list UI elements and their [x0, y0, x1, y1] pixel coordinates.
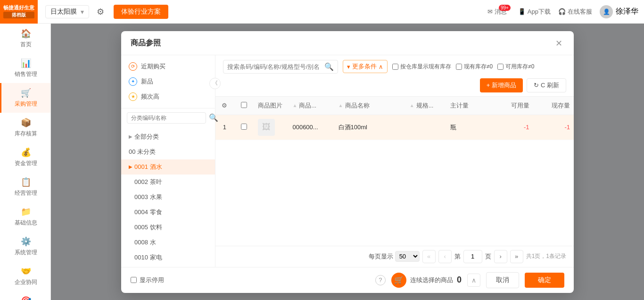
filter-arrow-icon: ∧: [379, 63, 383, 70]
trial-btn[interactable]: 体验行业方案: [114, 5, 168, 19]
modal-close-btn[interactable]: ✕: [553, 38, 564, 49]
collapse-panel-btn[interactable]: 《: [209, 78, 221, 89]
cat-label-5: 0005 饮料: [134, 223, 162, 232]
last-page-btn[interactable]: »: [510, 250, 523, 263]
sidebar-item-purchase[interactable]: 🛒 采购管理: [0, 83, 50, 113]
quick-item-recent[interactable]: ⟳ 近期购买: [121, 59, 215, 74]
cart-icon[interactable]: 🛒: [391, 273, 406, 288]
user-menu[interactable]: 👤 徐泽华: [600, 5, 638, 18]
online-service-btn[interactable]: 🎧 在线客服: [558, 8, 592, 16]
topbar: 畅捷通好生意 搭档版 日太阳膜 ▾ ⚙ 体验行业方案 ✉ 消息 99+ 📱 Ap…: [0, 0, 644, 24]
cart-label: 连续选择的商品: [410, 276, 453, 284]
operations-icon: 📋: [21, 177, 31, 187]
col-unit-header: 主计量: [446, 97, 487, 115]
cat-item-2[interactable]: 0002 茶叶: [121, 175, 215, 190]
cat-item-6[interactable]: 0008 水: [121, 235, 215, 250]
messages-btn[interactable]: ✉ 消息 99+: [487, 8, 507, 16]
sidebar-label-collab: 企业协同: [15, 278, 37, 286]
app-download-btn[interactable]: 📱 App下载: [518, 8, 551, 16]
sidebar-item-system[interactable]: ⚙️ 系统管理: [0, 232, 50, 261]
sidebar-item-sales[interactable]: 📊 销售管理: [0, 53, 50, 83]
col-check: [234, 97, 254, 115]
cat-item-5[interactable]: 0005 饮料: [121, 220, 215, 235]
row-checkbox[interactable]: [241, 124, 247, 130]
cat-item-3[interactable]: 0003 水果: [121, 190, 215, 205]
page-size-dropdown[interactable]: 50 100: [395, 251, 420, 262]
modal-left-panel: ⟳ 近期购买 ✦ 新品 ★ 频次高: [121, 55, 215, 267]
checkbox-nonzero-stock[interactable]: 现有库存≠0: [456, 63, 493, 71]
cat-label-1: 0001 酒水: [134, 163, 162, 171]
new-icon: ✦: [129, 77, 137, 86]
sort-name-icon: ▲: [339, 103, 343, 108]
sidebar-label-system: 系统管理: [15, 249, 37, 257]
settings-icon[interactable]: ⚙: [93, 4, 108, 19]
sidebar-label-sales: 销售管理: [15, 70, 37, 78]
sidebar-label-basic-info: 基础信息: [15, 219, 37, 227]
download-icon: 📱: [518, 8, 526, 15]
store-dropdown[interactable]: 日太阳膜 ▾: [45, 5, 89, 18]
sidebar-item-finance[interactable]: 💰 资金管理: [0, 142, 50, 172]
refresh-btn[interactable]: ↻ C 刷新: [527, 78, 566, 92]
cat-label-all: 全部分类: [134, 133, 159, 141]
checkbox-warehouse-input[interactable]: [392, 64, 398, 70]
collapse-cart-btn[interactable]: ∧: [467, 274, 480, 287]
quick-access-section: ⟳ 近期购买 ✦ 新品 ★ 频次高: [121, 55, 215, 108]
checkbox-by-warehouse[interactable]: 按仓库显示现有库存: [392, 63, 451, 71]
sort-up-icon: ▲: [292, 103, 297, 108]
category-search-icon[interactable]: 🔍: [209, 113, 218, 122]
quick-item-frequent[interactable]: ★ 频次高: [121, 89, 215, 104]
sidebar-item-inventory[interactable]: 📦 库存核算: [0, 113, 50, 142]
row-code: 000600...: [289, 115, 334, 140]
sidebar-item-guide[interactable]: 🎯 新手引导: [0, 291, 50, 300]
sidebar-item-basic-info[interactable]: 📁 基础信息: [0, 202, 50, 232]
sort-spec-icon: ▲: [410, 103, 414, 108]
message-icon: ✉: [487, 8, 493, 15]
search-bar: 🔍 ▾ 更多条件 ∧ 按仓库显示现有库存: [215, 55, 574, 97]
show-disabled-checkbox[interactable]: 显示停用: [131, 276, 164, 284]
confirm-btn[interactable]: 确定: [525, 273, 564, 288]
next-page-btn[interactable]: ›: [494, 250, 507, 263]
sidebar-label-home: 首页: [20, 41, 32, 49]
quick-item-new[interactable]: ✦ 新品: [121, 74, 215, 89]
select-all-checkbox[interactable]: [241, 102, 247, 108]
logo-sub: 搭档版: [3, 12, 34, 18]
category-list: ▶ 全部分类 00 未分类 ▶ 0001 酒水 0002 茶: [121, 127, 215, 267]
add-product-btn[interactable]: + 新增商品: [480, 78, 523, 92]
product-search-input[interactable]: [227, 63, 322, 70]
sidebar-item-operations[interactable]: 📋 经营管理: [0, 172, 50, 202]
checkbox-stock-input[interactable]: [456, 64, 462, 70]
row-check[interactable]: [234, 115, 254, 140]
checkbox-avail-input[interactable]: [497, 64, 504, 70]
cat-arrow-all: ▶: [129, 134, 132, 139]
cat-item-1[interactable]: ▶ 0001 酒水: [121, 159, 215, 175]
cancel-btn[interactable]: 取消: [486, 272, 519, 288]
prev-page-btn[interactable]: ‹: [438, 250, 452, 263]
sidebar-item-home[interactable]: 🏠 首页: [0, 24, 50, 53]
disabled-checkbox-input[interactable]: [131, 277, 137, 283]
cat-label-7: 0010 家电: [134, 253, 162, 262]
page-number-input[interactable]: [463, 250, 482, 263]
search-icon[interactable]: 🔍: [324, 62, 334, 71]
cat-item-0[interactable]: 00 未分类: [121, 144, 215, 159]
first-page-btn[interactable]: «: [422, 250, 436, 263]
username: 徐泽华: [616, 7, 638, 17]
help-icon[interactable]: ?: [375, 275, 386, 285]
sidebar-label-inventory: 库存核算: [15, 130, 37, 138]
topbar-right: ✉ 消息 99+ 📱 App下载 🎧 在线客服 👤 徐泽华: [487, 5, 638, 18]
cat-item-4[interactable]: 0004 零食: [121, 205, 215, 220]
sidebar-item-collab[interactable]: 🤝 企业协同: [0, 261, 50, 291]
purchase-icon: 🛒: [21, 88, 31, 98]
category-search-input[interactable]: [127, 112, 206, 124]
cat-item-7[interactable]: 0010 家电: [121, 250, 215, 265]
cat-item-all[interactable]: ▶ 全部分类: [121, 129, 215, 144]
row-avail: -1: [487, 115, 533, 140]
frequent-icon: ★: [129, 92, 137, 101]
cart-area: 🛒 连续选择的商品 0: [391, 273, 462, 288]
checkbox-avail-stock[interactable]: 可用库存≠0: [497, 63, 534, 71]
modal-title: 商品参照: [131, 38, 161, 48]
cat-arrow-1: ▶: [129, 164, 132, 169]
table-settings-icon[interactable]: ⚙: [222, 102, 227, 109]
pagination: 每页显示 50 100 « ‹ 第 页 ›: [215, 246, 574, 267]
table-row[interactable]: 1 🖼 000600...: [215, 115, 574, 140]
filter-btn[interactable]: ▾ 更多条件 ∧: [343, 60, 388, 73]
